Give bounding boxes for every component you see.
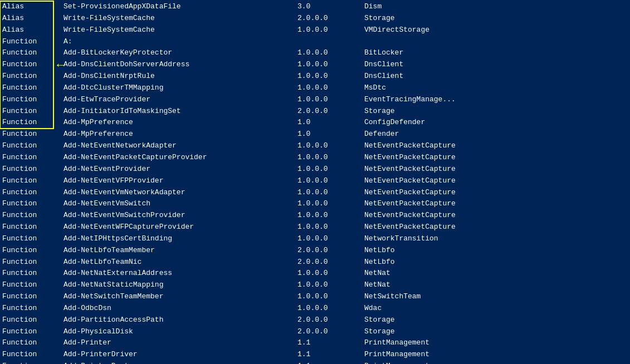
table-row: FunctionAdd-NetNatExternalAddress1.0.0.0… <box>0 268 630 279</box>
cell-version: 1.0.0.0 <box>297 153 364 163</box>
cell-module: NetEventPacketCapture <box>364 141 531 151</box>
table-row: FunctionAdd-NetEventVmSwitchProvider1.0.… <box>0 210 630 222</box>
cell-name: Add-NetEventVmSwitchProvider <box>64 210 297 221</box>
table-row: FunctionAdd-MpPreference1.0ConfigDefende… <box>0 117 630 129</box>
table-row: FunctionAdd-EtwTraceProvider1.0.0.0Event… <box>0 94 630 106</box>
cell-name: Add-NetEventPacketCaptureProvider <box>64 153 297 163</box>
table-row: FunctionAdd-NetEventWFPCaptureProvider1.… <box>0 222 630 233</box>
cell-type: Function <box>2 245 64 256</box>
cell-name: Add-InitiatorIdToMaskingSet <box>64 106 297 117</box>
cell-version: 2.0.0.0 <box>297 257 364 268</box>
cell-name: Add-NetIPHttpsCertBinding <box>64 234 297 244</box>
cell-name: Add-NetSwitchTeamMember <box>64 292 297 302</box>
cell-type: Function <box>2 129 64 140</box>
cell-module: DnsClient <box>364 60 531 70</box>
cell-version: 1.0.0.0 <box>297 83 364 94</box>
cell-version: 1.1 <box>297 350 364 360</box>
cell-module: NetNat <box>364 280 531 291</box>
cell-type: Function <box>2 117 64 128</box>
cell-type: Function <box>2 199 64 209</box>
table-row: FunctionAdd-NetEventVmSwitch1.0.0.0NetEv… <box>0 198 630 210</box>
table-row: FunctionAdd-PrinterDriver1.1PrintManagem… <box>0 349 630 361</box>
table-row: FunctionA: <box>0 36 630 48</box>
powershell-output: AliasSet-ProvisionedAppXDataFile3.0DismA… <box>0 0 630 364</box>
cell-version: 1.0.0.0 <box>297 25 364 36</box>
cell-type: Function <box>2 176 64 186</box>
cell-version: 1.0.0.0 <box>297 60 364 70</box>
cell-name: Add-PrinterDriver <box>64 350 297 360</box>
cell-module: BitLocker <box>364 48 531 58</box>
cell-version: 1.1 <box>297 361 364 364</box>
cell-type: Function <box>2 188 64 198</box>
cell-name: Add-NetNatExternalAddress <box>64 268 297 279</box>
cell-version: 1.0.0.0 <box>297 280 364 291</box>
cell-module: PrintManagement <box>364 350 531 360</box>
cell-module: NetEventPacketCapture <box>364 176 531 186</box>
cell-module: VMDirectStorage <box>364 25 531 36</box>
cell-module: NetworkTransition <box>364 234 531 244</box>
cell-type: Function <box>2 292 64 302</box>
cell-module: NetLbfo <box>364 257 531 268</box>
cell-module: NetEventPacketCapture <box>364 210 531 221</box>
cell-module: Storage <box>364 13 531 24</box>
cell-module: NetNat <box>364 268 531 279</box>
cell-type: Function <box>2 60 64 70</box>
cell-module: DnsClient <box>364 71 531 82</box>
cell-name: Write-FileSystemCache <box>64 13 297 24</box>
cell-module: NetEventPacketCapture <box>364 164 531 175</box>
cell-module: Wdac <box>364 303 531 314</box>
cell-type: Function <box>2 268 64 279</box>
cell-name: Add-NetNatStaticMapping <box>64 280 297 291</box>
cell-name: Add-NetEventVmSwitch <box>64 199 297 209</box>
cell-type: Function <box>2 234 64 244</box>
table-row: FunctionAdd-InitiatorIdToMaskingSet2.0.0… <box>0 106 630 117</box>
cell-module: Storage <box>364 106 531 117</box>
cell-name: Add-NetEventNetworkAdapter <box>64 141 297 151</box>
cell-version: 3.0 <box>297 2 364 12</box>
table-row: AliasSet-ProvisionedAppXDataFile3.0Dism <box>0 1 630 13</box>
cell-version: 2.0.0.0 <box>297 245 364 256</box>
cell-version: 1.0.0.0 <box>297 234 364 244</box>
cell-version: 1.0 <box>297 117 364 128</box>
table-row: FunctionAdd-Printer1.1PrintManagement <box>0 337 630 349</box>
table-row: AliasWrite-FileSystemCache1.0.0.0VMDirec… <box>0 24 630 36</box>
cell-version: 1.0.0.0 <box>297 188 364 198</box>
cell-module: Storage <box>364 315 531 326</box>
cell-module: Dism <box>364 2 531 12</box>
cell-version: 2.0.0.0 <box>297 13 364 24</box>
cell-name: Add-NetEventVFPProvider <box>64 176 297 186</box>
table-row: AliasWrite-FileSystemCache2.0.0.0Storage <box>0 13 630 24</box>
cell-version: 2.0.0.0 <box>297 327 364 337</box>
cell-name: A: <box>64 37 297 47</box>
cell-type: Function <box>2 315 64 326</box>
cell-module: EventTracingManage... <box>364 95 531 105</box>
cell-type: Function <box>2 71 64 82</box>
table-row: FunctionAdd-PhysicalDisk2.0.0.0Storage <box>0 326 630 338</box>
cell-type: Function <box>2 303 64 314</box>
cell-name: Add-NetEventWFPCaptureProvider <box>64 222 297 233</box>
cell-name: Add-DnsClientNrptRule <box>64 71 297 82</box>
cell-type: Alias <box>2 25 64 36</box>
table-row: FunctionAdd-NetLbfoTeamMember2.0.0.0NetL… <box>0 245 630 257</box>
cell-module: NetEventPacketCapture <box>364 188 531 198</box>
cell-module: NetEventPacketCapture <box>364 199 531 209</box>
cell-module: NetSwitchTeam <box>364 292 531 302</box>
cell-type: Function <box>2 222 64 233</box>
cell-name: Add-PhysicalDisk <box>64 327 297 337</box>
table-row: FunctionAdd-NetSwitchTeamMember1.0.0.0Ne… <box>0 291 630 303</box>
cell-type: Function <box>2 106 64 117</box>
cell-type: Function <box>2 48 64 58</box>
cell-name: Add-PartitionAccessPath <box>64 315 297 326</box>
table-row: FunctionAdd-NetIPHttpsCertBinding1.0.0.0… <box>0 233 630 245</box>
data-table: AliasSet-ProvisionedAppXDataFile3.0DismA… <box>0 0 630 364</box>
cell-type: Alias <box>2 13 64 24</box>
cell-name: Add-MpPreference <box>64 117 297 128</box>
cell-name: Set-ProvisionedAppXDataFile <box>64 2 297 12</box>
cell-version: 1.0.0.0 <box>297 71 364 82</box>
cell-type: Function <box>2 153 64 163</box>
cell-module: PrintManagement <box>364 338 531 348</box>
table-row: FunctionAdd-NetEventProvider1.0.0.0NetEv… <box>0 164 630 175</box>
cell-type: Alias <box>2 2 64 12</box>
cell-version: 1.0.0.0 <box>297 303 364 314</box>
cell-type: Function <box>2 141 64 151</box>
